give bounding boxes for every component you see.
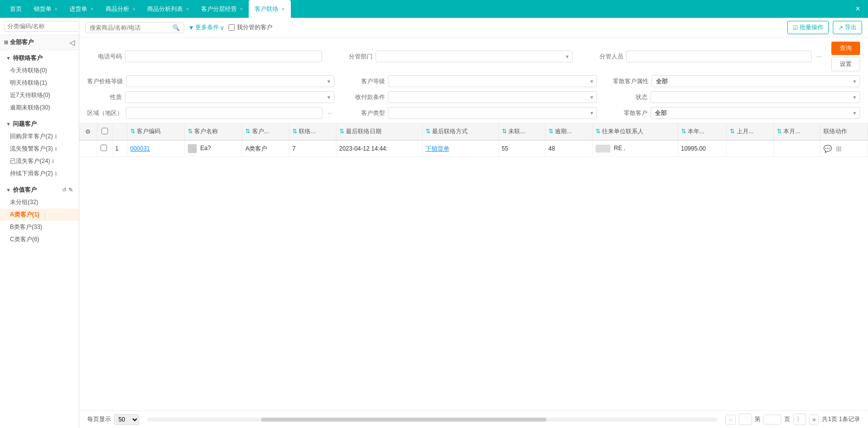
sidebar-item-tomorrow[interactable]: 明天待联络(1): [0, 77, 79, 89]
close-customer-segment-tab[interactable]: ×: [240, 6, 243, 12]
pending-contact-title[interactable]: ▼ 待联络客户: [0, 52, 79, 64]
my-customers-check[interactable]: [228, 24, 235, 31]
prev-page-btn[interactable]: 〈: [739, 414, 752, 425]
col-this-year[interactable]: ⇅ 本年...: [678, 123, 727, 140]
top-nav: 首页 销货单 × 进货单 × 商品分析 × 商品分析列表 × 客户分层经营 × …: [0, 0, 868, 18]
select-all-checkbox[interactable]: [102, 128, 108, 134]
manager-dots-btn[interactable]: ···: [814, 53, 823, 60]
tab-sales[interactable]: 销货单 ×: [28, 0, 63, 18]
sidebar-item-churn-warning[interactable]: 流失预警客户(3) ℹ: [0, 143, 79, 155]
search-input[interactable]: [90, 24, 170, 31]
filter-payment: 收付款条件 ▼: [350, 91, 597, 103]
setting-btn[interactable]: 设置: [831, 57, 860, 71]
status-select[interactable]: [651, 91, 860, 103]
tab-product-analysis[interactable]: 商品分析 ×: [100, 0, 141, 18]
sidebar-item-7days[interactable]: 近7天待联络(0): [0, 89, 79, 102]
tab-customer-segment[interactable]: 客户分层经营 ×: [195, 0, 249, 18]
filter-icon: ▼: [188, 24, 194, 31]
col-grade[interactable]: ⇅ 客户...: [242, 123, 289, 140]
filter-row-1: 电话号码 分管部门 ▼ 分管人员 ··· 查询: [87, 42, 860, 71]
tab-home[interactable]: 首页: [4, 0, 28, 18]
export-btn[interactable]: ↗ 导出: [833, 21, 862, 34]
retail-customer-select[interactable]: 全部: [651, 107, 860, 119]
col-code[interactable]: ⇅ 客户编码: [127, 123, 184, 140]
sidebar-item-today[interactable]: 今天待联络(0): [0, 64, 79, 77]
region-input[interactable]: [126, 107, 323, 119]
price-level-select[interactable]: [126, 75, 334, 87]
scrollbar-thumb[interactable]: [261, 418, 546, 422]
sort-icon: ⇅: [548, 128, 553, 135]
close-product-list-tab[interactable]: ×: [186, 6, 189, 12]
horizontal-scrollbar[interactable]: [147, 418, 717, 422]
problem-customers-title[interactable]: ▼ 问题客户: [0, 118, 79, 130]
sidebar-item-overdue[interactable]: 逾期未联络(30): [0, 102, 79, 114]
sidebar-item-class-a[interactable]: A类客户(1): [0, 209, 79, 221]
per-page-select[interactable]: 50 100: [114, 414, 139, 425]
nature-select[interactable]: [125, 91, 334, 103]
more-conditions-btn[interactable]: ▼ 更多条件 ∨: [188, 23, 224, 32]
payment-select[interactable]: [388, 91, 597, 103]
sidebar-item-class-b[interactable]: B类客户(33): [0, 221, 79, 233]
message-icon[interactable]: 💬: [823, 145, 832, 153]
settings-icon[interactable]: ⚙: [85, 128, 91, 135]
advanced-filter: 电话号码 分管部门 ▼ 分管人员 ··· 查询: [79, 38, 868, 123]
col-unit-contact[interactable]: ⇅ 往来单位联系人: [592, 123, 678, 140]
col-this-month[interactable]: ⇅ 本月...: [773, 123, 820, 140]
close-purchase-tab[interactable]: ×: [90, 6, 93, 12]
manager-label: 分管人员: [589, 53, 623, 61]
first-page-btn[interactable]: «: [725, 415, 736, 425]
sidebar-item-declining[interactable]: 持续下滑客户(2) ℹ: [0, 167, 79, 180]
refresh-icon[interactable]: ↺: [62, 187, 66, 193]
batch-operation-btn[interactable]: ☑ 批量操作: [787, 21, 829, 34]
col-last-month[interactable]: ⇅ 上月...: [727, 123, 774, 140]
next-page-btn[interactable]: 〉: [793, 414, 806, 425]
sidebar-search-input[interactable]: [4, 21, 79, 32]
query-btn[interactable]: 查询: [831, 42, 860, 55]
retail-attr-select[interactable]: 全部: [651, 75, 860, 87]
page-number-input[interactable]: 1: [763, 415, 781, 425]
value-customers-group: ▼ 价值客户 ↺ ✎ 未分组(32) A类客户(1) B类客户(33) C类客户…: [0, 182, 79, 248]
close-all-tabs[interactable]: ×: [852, 4, 864, 13]
col-check: [97, 123, 112, 140]
region-dots-btn[interactable]: ···: [326, 109, 334, 116]
retail-customer-label: 零散客户: [613, 109, 648, 117]
td-last-method[interactable]: 下销货单: [422, 140, 498, 157]
customer-level-select[interactable]: [388, 75, 597, 87]
collapse-sidebar-btn[interactable]: ◁: [69, 39, 75, 47]
row-checkbox[interactable]: [101, 145, 107, 151]
arrow-icon: ▼: [6, 187, 11, 193]
col-action: 联络动作: [820, 123, 868, 140]
manager-input[interactable]: [626, 51, 812, 62]
edit-icon[interactable]: ✎: [68, 187, 73, 193]
tab-customer-contact[interactable]: 客户联络 ×: [249, 0, 290, 18]
tab-purchase[interactable]: 进货单 ×: [63, 0, 99, 18]
tab-product-list[interactable]: 商品分析列表 ×: [141, 0, 195, 18]
arrow-icon: ▼: [6, 121, 11, 127]
col-contacts[interactable]: ⇅ 联络...: [289, 123, 336, 140]
td-code[interactable]: 000031: [127, 140, 184, 157]
sidebar-item-class-c[interactable]: C类客户(6): [0, 233, 79, 246]
customer-type-select[interactable]: [388, 107, 597, 119]
all-customers-header[interactable]: ⊞ 全部客户 ◁: [0, 35, 79, 50]
close-sales-tab[interactable]: ×: [54, 6, 57, 12]
sidebar-item-unclassified[interactable]: 未分组(32): [0, 196, 79, 209]
col-overdue[interactable]: ⇅ 逾期...: [545, 123, 593, 140]
sidebar-item-repurchase-abnormal[interactable]: 回购异常客户(2) ℹ: [0, 130, 79, 143]
close-customer-contact-tab[interactable]: ×: [281, 6, 284, 12]
col-last-date[interactable]: ⇅ 最后联络日期: [336, 123, 422, 140]
link-icon[interactable]: ⊞: [836, 145, 842, 153]
col-no-contact[interactable]: ⇅ 未联...: [498, 123, 545, 140]
col-last-method[interactable]: ⇅ 最后联络方式: [422, 123, 498, 140]
bottom-bar: 每页显示 50 100 « 〈 第 1 页 〉 » 共1页 1条记录: [79, 410, 868, 428]
col-name[interactable]: ⇅ 客户名称: [184, 123, 242, 140]
my-customers-checkbox[interactable]: 我分管的客户: [228, 23, 272, 32]
search-icon[interactable]: 🔍: [172, 24, 180, 31]
payment-wrap: ▼: [388, 91, 597, 103]
phone-input[interactable]: [125, 51, 322, 62]
dept-select[interactable]: [376, 51, 573, 62]
sidebar-item-churned[interactable]: 已流失客户(24) ℹ: [0, 155, 79, 167]
value-customers-title[interactable]: ▼ 价值客户 ↺ ✎: [0, 184, 79, 196]
last-page-btn[interactable]: »: [809, 415, 819, 425]
col-settings[interactable]: ⚙: [79, 123, 97, 140]
close-product-analysis-tab[interactable]: ×: [132, 6, 135, 12]
